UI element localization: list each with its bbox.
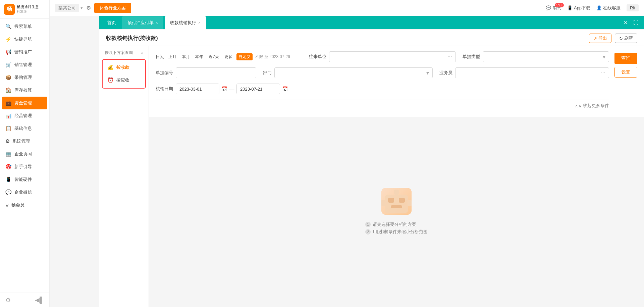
filter-item-receivable[interactable]: ⏰ 按应收: [104, 74, 144, 87]
tab-home[interactable]: 首页: [102, 16, 121, 30]
bill-no-label: 单据编号: [156, 70, 173, 76]
sidebar-item-system[interactable]: ⚙ 系统管理: [0, 135, 49, 148]
verify-start-calendar-icon[interactable]: 📅: [221, 86, 227, 92]
shortcut-this-year[interactable]: 本年: [194, 53, 205, 60]
dept-input[interactable]: ▾: [274, 67, 433, 78]
settings-icon[interactable]: ⚙: [5, 296, 11, 304]
query-form-section: 日期 上月 本月 本年 近7天 更多 自定义 不限 至 2023-07-26: [149, 46, 644, 117]
tab-expand[interactable]: ⛶: [631, 20, 641, 26]
shortcut-custom[interactable]: 自定义: [236, 53, 253, 60]
verify-start-input[interactable]: 2023-03-01: [176, 84, 219, 94]
tabs-bar: 首页 预付冲应付单 × 收款核销执行 × ✕ ⛶: [99, 16, 644, 30]
sidebar-item-finance-label: 资金管理: [14, 100, 32, 106]
filter-item-receipt-label: 按收款: [116, 64, 129, 70]
verify-end-calendar-icon[interactable]: 📅: [282, 86, 288, 92]
logo-icon: 畅: [4, 4, 15, 15]
tab-receipt-label: 收款核销执行: [170, 20, 196, 26]
collapse-icon[interactable]: ◀▌: [35, 296, 44, 304]
date-range-hint: 不限 至 2023-07-26: [255, 54, 290, 60]
collapse-up-icon: ∧∧: [575, 103, 582, 108]
form-body: 日期 上月 本月 本年 近7天 更多 自定义 不限 至 2023-07-26: [156, 51, 637, 111]
query-btn[interactable]: 查询: [614, 53, 637, 64]
sidebar-item-search[interactable]: 🔍 搜索菜单: [0, 20, 49, 33]
tab-receipt[interactable]: 收款核销执行 ×: [165, 16, 206, 30]
guide-icon: 🎯: [5, 164, 12, 170]
sidebar-item-marketing[interactable]: 📢 营销推广: [0, 46, 49, 58]
staff-more-icon[interactable]: ···: [601, 70, 605, 76]
sidebar-item-hardware-label: 智能硬件: [14, 176, 32, 183]
hardware-icon: 📱: [5, 176, 12, 183]
tab-prepay-close[interactable]: ×: [156, 20, 158, 25]
dept-chevron[interactable]: ▾: [426, 70, 429, 76]
shortcut-this-month[interactable]: 本月: [180, 53, 191, 60]
operation-icon: 📊: [5, 113, 12, 119]
sidebar-item-inventory[interactable]: 🏠 库存核算: [0, 84, 49, 97]
finance-icon: 💼: [5, 100, 12, 106]
verify-date-group: 2023-03-01 📅 — 2023-07-21 📅: [176, 84, 288, 94]
filter-title: 按以下方案查询 »: [102, 50, 146, 59]
sales-icon: 🛒: [5, 62, 12, 68]
sidebar-item-purchase-label: 采购管理: [14, 74, 32, 81]
form-fields: 日期 上月 本月 本年 近7天 更多 自定义 不限 至 2023-07-26: [156, 51, 609, 111]
sidebar-item-sales[interactable]: 🛒 销售管理: [0, 58, 49, 71]
staff-label: 业务员: [439, 70, 452, 76]
step1-num: 1: [365, 222, 371, 227]
filter-collapse-icon[interactable]: »: [141, 50, 143, 56]
verify-date-field: 核销日期 2023-03-01 📅 — 2023-07-21 📅: [156, 84, 609, 94]
filter-title-text: 按以下方案查询: [105, 50, 133, 56]
counterparty-field: 往来单位 ···: [309, 51, 455, 62]
shortcut-more[interactable]: 更多: [223, 53, 234, 60]
counterparty-more-icon[interactable]: ···: [447, 54, 452, 60]
bill-type-label: 单据类型: [463, 54, 480, 60]
bill-no-input[interactable]: [176, 67, 256, 78]
counterparty-input[interactable]: ···: [329, 51, 455, 62]
sidebar-item-basic[interactable]: 📋 基础信息: [0, 122, 49, 135]
sidebar-item-quick[interactable]: ⚡ 快捷导航: [0, 33, 49, 46]
sidebar-item-operation[interactable]: 📊 经营管理: [0, 109, 49, 122]
tab-home-label: 首页: [107, 20, 116, 26]
svg-rect-5: [381, 200, 385, 206]
page-header: 收款核销执行(按收款) ↗ 导出 ↻ 刷新: [99, 30, 644, 46]
sidebar-item-marketing-label: 营销推广: [14, 49, 32, 55]
collapse-more-label: 收起更多条件: [583, 103, 609, 109]
logo-text: 畅捷通好生意: [17, 4, 39, 9]
tab-prepay-label: 预付冲应付单: [127, 20, 154, 26]
filter-item-receipt[interactable]: 💰 按收款: [104, 61, 144, 74]
collapse-more-btn[interactable]: ∧∧ 收起更多条件: [156, 100, 609, 111]
sidebar-item-purchase[interactable]: 📦 采购管理: [0, 71, 49, 84]
sidebar-item-guide[interactable]: 🎯 新手引导: [0, 160, 49, 173]
refresh-label: 刷新: [624, 35, 633, 41]
refresh-btn[interactable]: ↻ 刷新: [615, 34, 637, 43]
tab-prepay[interactable]: 预付冲应付单 ×: [122, 16, 163, 30]
bill-type-input[interactable]: ▾: [483, 51, 609, 62]
sidebar-item-wechat[interactable]: 💬 企业微信: [0, 186, 49, 199]
basic-icon: 📋: [5, 125, 12, 132]
export-label: 导出: [598, 35, 607, 41]
step1-text: 请先选择要分析的方案: [373, 221, 416, 227]
filter-panel: 按以下方案查询 » 💰 按收款 ⏰ 按应收: [99, 46, 149, 307]
sidebar-item-search-label: 搜索菜单: [14, 23, 32, 30]
form-row-1: 日期 上月 本月 本年 近7天 更多 自定义 不限 至 2023-07-26: [156, 51, 609, 62]
page-title: 收款核销执行(按收款): [106, 35, 158, 42]
staff-input[interactable]: ···: [455, 67, 609, 78]
sidebar-item-corp[interactable]: 🏢 企业协同: [0, 148, 49, 160]
shortcut-7days[interactable]: 近7天: [207, 53, 220, 60]
sidebar-bottom: ⚙ ◀▌: [0, 293, 49, 307]
bill-type-chevron[interactable]: ▾: [603, 54, 605, 60]
receivable-icon: ⏰: [107, 77, 114, 83]
member-icon: V: [5, 202, 9, 208]
tab-receipt-close[interactable]: ×: [198, 20, 201, 25]
sidebar-item-member[interactable]: V 畅会员: [0, 199, 49, 211]
export-btn[interactable]: ↗ 导出: [589, 34, 611, 43]
form-row-3: 核销日期 2023-03-01 📅 — 2023-07-21 📅: [156, 84, 609, 94]
tab-close-all[interactable]: ✕: [621, 19, 631, 26]
wechat-icon: 💬: [5, 189, 12, 195]
settings-btn[interactable]: 设置: [614, 67, 637, 78]
shortcut-last-month[interactable]: 上月: [167, 53, 178, 60]
bill-type-field: 单据类型 ▾: [463, 51, 609, 62]
date-label: 日期: [156, 54, 164, 60]
sidebar-item-hardware[interactable]: 📱 智能硬件: [0, 173, 49, 186]
sidebar-item-finance[interactable]: 💼 资金管理: [2, 97, 47, 109]
verify-end-input[interactable]: 2023-07-21: [236, 84, 280, 94]
sidebar-item-quick-label: 快捷导航: [14, 36, 32, 42]
